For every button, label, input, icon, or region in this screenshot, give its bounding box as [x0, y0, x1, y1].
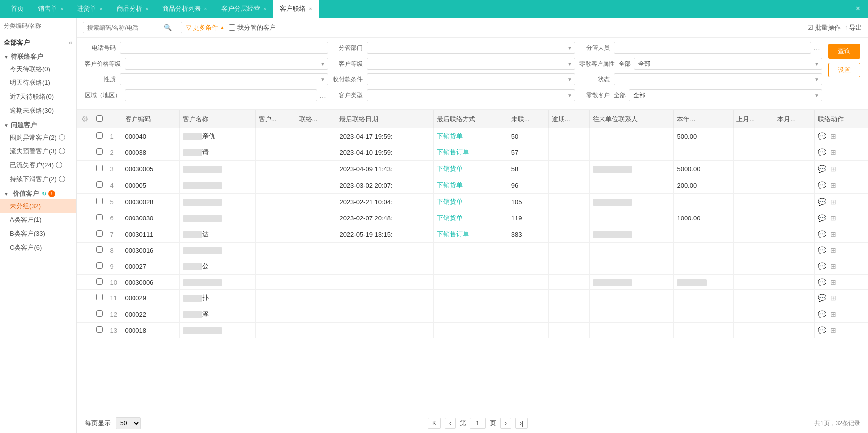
row-checkbox[interactable]	[96, 326, 103, 333]
col-code[interactable]: 客户编码	[122, 110, 179, 128]
collapse-icon[interactable]: «	[69, 39, 72, 46]
chat-icon[interactable]: 💬	[818, 165, 826, 173]
batch-operation-btn[interactable]: ☑ 批量操作	[807, 23, 841, 32]
region-input[interactable]	[125, 89, 317, 101]
person-dots[interactable]: …	[811, 44, 822, 52]
row-checkbox[interactable]	[96, 148, 103, 155]
method-link[interactable]: 下销货单	[437, 198, 463, 205]
col-last-method[interactable]: 最后联络方式	[434, 110, 508, 128]
tab-customer-contact[interactable]: 客户联络 ×	[273, 0, 319, 18]
close-customer-seg-icon[interactable]: ×	[263, 6, 266, 12]
chat-icon[interactable]: 💬	[818, 326, 826, 334]
my-customers-checkbox-label[interactable]: 我分管的客户	[229, 23, 276, 32]
export-btn[interactable]: ↑ 导出	[845, 23, 863, 32]
sidebar-item-ungroup[interactable]: 未分组(32)	[0, 199, 76, 213]
value-customer-group[interactable]: ▼ 价值客户 ↻ !	[0, 186, 76, 199]
per-page-select[interactable]: 50 100 200	[116, 417, 141, 429]
row-checkbox[interactable]	[96, 262, 103, 269]
col-contact[interactable]: 联络...	[296, 110, 336, 128]
col-last-date[interactable]: 最后联络日期	[336, 110, 434, 128]
grid-icon[interactable]: ⊞	[830, 148, 836, 156]
chat-icon[interactable]: 💬	[818, 148, 826, 156]
chat-icon[interactable]: 💬	[818, 278, 826, 286]
cust-type-select[interactable]	[367, 89, 575, 101]
home-tab[interactable]: 首页	[4, 0, 31, 18]
more-conditions-btn[interactable]: ▽ 更多条件 ▲	[186, 23, 225, 32]
retail-attr-select[interactable]: 全部	[634, 58, 822, 70]
chat-icon[interactable]: 💬	[818, 230, 826, 238]
category-search-input[interactable]	[4, 22, 77, 29]
tab-product-analysis[interactable]: 商品分析 ×	[110, 0, 155, 18]
all-customers-header[interactable]: 全部客户 «	[0, 34, 76, 49]
search-icon[interactable]: 🔍	[164, 24, 172, 31]
chat-icon[interactable]: 💬	[818, 214, 826, 222]
grid-icon[interactable]: ⊞	[830, 181, 836, 189]
sidebar-item-declining[interactable]: 持续下滑客户(2) ⓘ	[0, 172, 76, 186]
col-this-year[interactable]: 本年...	[674, 110, 734, 128]
query-button[interactable]: 查询	[828, 44, 860, 59]
sidebar-item-abnormal[interactable]: 囤购异常客户(2) ⓘ	[0, 131, 76, 144]
chat-icon[interactable]: 💬	[818, 294, 826, 302]
close-product-analysis-icon[interactable]: ×	[145, 6, 148, 12]
col-cust-type[interactable]: 客户...	[255, 110, 296, 128]
method-link[interactable]: 下销货单	[437, 132, 463, 140]
refresh-icon[interactable]: ↻	[42, 191, 46, 197]
chat-icon[interactable]: 💬	[818, 262, 826, 270]
close-sales-icon[interactable]: ×	[60, 6, 63, 12]
dept-select[interactable]	[367, 42, 575, 54]
tab-purchase[interactable]: 进货单 ×	[70, 0, 109, 18]
sidebar-item-c-class[interactable]: C类客户(6)	[0, 241, 76, 255]
col-unit-contact[interactable]: 往来单位联系人	[589, 110, 674, 128]
search-input[interactable]	[87, 24, 162, 31]
chat-icon[interactable]: 💬	[818, 198, 826, 206]
row-checkbox[interactable]	[96, 310, 103, 317]
method-link[interactable]: 下销货单	[437, 181, 463, 189]
prev-page-btn[interactable]: ‹	[445, 418, 456, 429]
grid-icon[interactable]: ⊞	[830, 310, 836, 318]
col-last-month[interactable]: 上月...	[734, 110, 774, 128]
nature-select[interactable]	[120, 73, 328, 85]
col-this-month[interactable]: 本月...	[774, 110, 815, 128]
next-page-btn[interactable]: ›	[500, 418, 511, 429]
col-settings[interactable]: ⚙	[77, 110, 93, 128]
col-no-contact[interactable]: 未联...	[508, 110, 548, 128]
grid-icon[interactable]: ⊞	[830, 326, 836, 334]
sidebar-item-b-class[interactable]: B类客户(33)	[0, 227, 76, 241]
sidebar-item-a-class[interactable]: A类客户(1)	[0, 213, 76, 227]
chat-icon[interactable]: 💬	[818, 246, 826, 254]
payment-select[interactable]	[367, 73, 575, 85]
reset-button[interactable]: 设置	[828, 63, 860, 77]
pending-contact-group[interactable]: ▼ 待联络客户	[0, 49, 76, 62]
row-checkbox[interactable]	[96, 230, 103, 237]
row-checkbox[interactable]	[96, 181, 103, 188]
chat-icon[interactable]: 💬	[818, 181, 826, 189]
close-customer-contact-icon[interactable]: ×	[309, 6, 312, 12]
sidebar-item-tomorrow[interactable]: 明天待联络(1)	[0, 76, 76, 90]
row-checkbox[interactable]	[96, 214, 103, 220]
grid-icon[interactable]: ⊞	[830, 214, 836, 222]
grid-icon[interactable]: ⊞	[830, 262, 836, 270]
chat-icon[interactable]: 💬	[818, 310, 826, 318]
close-all-button[interactable]: ×	[852, 4, 864, 13]
method-link[interactable]: 下销货单	[437, 214, 463, 221]
retail-cust-select[interactable]: 全部	[629, 89, 822, 101]
grid-icon[interactable]: ⊞	[830, 278, 836, 286]
sidebar-item-today[interactable]: 今天待联络(0)	[0, 62, 76, 76]
person-input[interactable]	[614, 42, 811, 54]
method-link[interactable]: 下销售订单	[437, 230, 469, 238]
sidebar-item-lost[interactable]: 已流失客户(24) ⓘ	[0, 158, 76, 172]
tab-customer-seg[interactable]: 客户分层经营 ×	[214, 0, 273, 18]
grid-icon[interactable]: ⊞	[830, 198, 836, 206]
chat-icon[interactable]: 💬	[818, 132, 826, 140]
tab-product-analysis-list[interactable]: 商品分析列表 ×	[155, 0, 214, 18]
grid-icon[interactable]: ⊞	[830, 230, 836, 238]
row-checkbox[interactable]	[96, 165, 103, 171]
sidebar-item-warning[interactable]: 流失预警客户(3) ⓘ	[0, 144, 76, 158]
sidebar-item-overdue[interactable]: 逾期未联络(30)	[0, 104, 76, 118]
problem-customer-group[interactable]: ▼ 问题客户	[0, 118, 76, 131]
last-page-btn[interactable]: ›|	[515, 418, 528, 429]
close-product-analysis-list-icon[interactable]: ×	[204, 6, 207, 12]
row-checkbox[interactable]	[96, 246, 103, 253]
price-level-select[interactable]	[125, 58, 328, 70]
grid-icon[interactable]: ⊞	[830, 165, 836, 173]
